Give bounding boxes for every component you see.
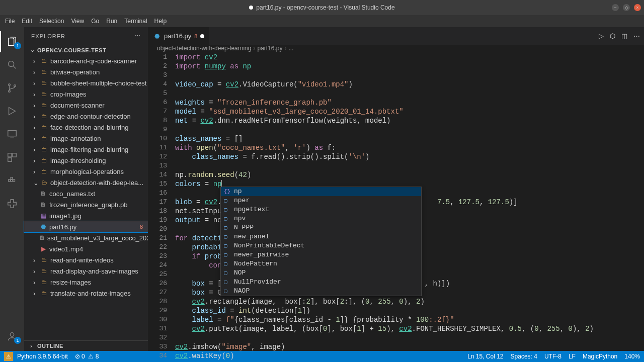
minimize-button[interactable]: − [612,4,619,11]
modified-dot-icon [200,34,204,38]
folder-item[interactable]: ›🗀image-annotation [24,133,148,144]
warning-triangle-icon[interactable]: ⚠ [4,352,13,361]
menu-terminal[interactable]: Terminal [124,18,147,25]
problems-indicator[interactable]: ⊘ 0 ⚠ 8 [75,353,99,360]
activitybar: 1 1 [0,27,24,351]
chevron-right-icon: › [30,343,35,349]
folder-item[interactable]: ›🗀face-detection-and-blurring [24,122,148,133]
file-item[interactable]: 🗎coco_names.txt [24,188,148,199]
file-item[interactable]: ⬣part16.py8 [24,221,148,232]
folder-item[interactable]: ›🗀document-scanner [24,100,148,111]
editor-area: ⬣ part16.py 8 ▷ ⬡ ◫ ⋯ object-detection-w… [148,27,644,351]
window-title: part16.py - opencv-course-test - Visual … [256,4,394,11]
folder-item[interactable]: ›🗀resize-images [24,277,148,288]
menu-selection[interactable]: Selection [39,18,64,25]
svg-rect-4 [8,131,17,136]
svg-point-2 [9,90,11,93]
python-interpreter[interactable]: Python 3.9.5 64-bit [17,353,68,360]
chevron-down-icon: ⌄ [30,47,35,53]
more-icon[interactable]: ⋯ [633,32,640,40]
suggest-item[interactable]: {}np [221,187,421,196]
svg-rect-7 [8,158,12,161]
folder-item[interactable]: ›🗀barcode-and-qr-code-scanner [24,55,148,66]
explorer-activity[interactable]: 1 [0,31,24,52]
file-item[interactable]: ▦image1.jpg [24,210,148,221]
folder-item[interactable]: ›🗀image-filtering-and-blurring [24,144,148,155]
folder-item[interactable]: ›🗀read-and-write-videos [24,254,148,265]
folder-item[interactable]: ›🗀morphological-operations [24,166,148,177]
folder-item-expanded[interactable]: ⌄🗁object-detection-with-deep-lea... [24,177,148,188]
docker-icon [7,175,18,186]
folder-item[interactable]: ›🗀edge-and-contour-detection [24,111,148,122]
tab-bar: ⬣ part16.py 8 ▷ ⬡ ◫ ⋯ [148,27,644,45]
suggest-item[interactable]: ▢new_panel [221,232,421,241]
suggest-item[interactable]: ▢NOP [221,268,421,278]
play-bug-icon [7,106,18,117]
menu-help[interactable]: Help [154,18,167,25]
svg-point-0 [9,61,14,67]
menu-file[interactable]: File [5,18,15,25]
svg-point-3 [14,85,16,87]
suggest-item[interactable]: ▢NullProvider [221,278,421,287]
file-item[interactable]: 🗎frozen_inference_graph.pb [24,199,148,210]
suggest-item[interactable]: ▢N_PPP [221,223,421,232]
file-tree: ›🗀barcode-and-qr-code-scanner›🗀bitwise-o… [24,55,148,299]
scm-activity[interactable] [0,77,24,99]
menu-go[interactable]: Go [91,18,99,25]
python-icon [7,198,18,209]
extensions-activity[interactable] [0,147,24,168]
tab-part16[interactable]: ⬣ part16.py 8 [148,27,210,45]
suggest-item[interactable]: ▢newer_pairwise [221,250,421,259]
svg-rect-6 [13,153,16,157]
svg-rect-10 [11,177,13,179]
svg-rect-11 [13,179,15,182]
folder-item[interactable]: ›🗀bitwise-operation [24,66,148,77]
branch-icon [7,82,18,94]
file-item[interactable]: 🗎ssd_mobilenet_v3_large_coco_202... [24,232,148,243]
outline-section[interactable]: › OUTLINE [24,340,148,351]
file-item[interactable]: ▶video1.mp4 [24,243,148,254]
folder-item[interactable]: ›🗀image-thresholding [24,155,148,166]
search-icon [7,59,18,70]
python-file-icon: ⬣ [153,33,161,40]
menu-view[interactable]: View [71,18,84,25]
suggest-item[interactable]: ▢npgettext [221,205,421,214]
folder-item[interactable]: ›🗀translate-and-rotate-images [24,288,148,299]
menu-run[interactable]: Run [106,18,117,25]
line-gutter: 1234567891011121314151617181920212223242… [148,52,175,360]
close-button[interactable]: × [634,4,641,11]
svg-rect-5 [8,153,12,157]
search-activity[interactable] [0,54,24,75]
menu-edit[interactable]: Edit [22,18,32,25]
folder-item[interactable]: ›🗀read-display-and-save-images [24,265,148,277]
folder-item[interactable]: ›🗀bubble-sheet-multiple-choice-test [24,77,148,88]
breadcrumb[interactable]: object-detection-with-deep-learning› par… [148,45,644,52]
suggest-item[interactable]: ▢NonPrintableDefect [221,241,421,250]
maximize-button[interactable]: ◇ [623,4,630,11]
badge: 1 [14,337,21,344]
suggest-item[interactable]: ▢nper [221,196,421,205]
debug-activity[interactable] [0,101,24,122]
svg-rect-9 [11,179,13,182]
explorer-label: EXPLORER [31,33,65,39]
folder-item[interactable]: ›🗀crop-images [24,88,148,100]
suggest-item[interactable]: ▢npv [221,214,421,223]
svg-point-12 [10,333,14,336]
code-editor[interactable]: 1234567891011121314151617181920212223242… [148,52,644,360]
run-icon[interactable]: ▷ [599,32,604,40]
split-icon[interactable]: ◫ [621,32,627,40]
more-icon[interactable]: ⋯ [135,33,141,39]
suggest-item[interactable]: ▢NAOP [221,287,421,296]
extensions-icon [7,152,18,163]
python-activity[interactable] [0,193,24,214]
project-section[interactable]: ⌄ OPENCV-COURSE-TEST [24,45,148,55]
accounts-activity[interactable]: 1 [0,326,24,347]
bug-icon[interactable]: ⬡ [610,32,615,40]
suggest-item[interactable]: ▢NodePattern [221,259,421,268]
remote-activity[interactable] [0,124,24,145]
badge: 1 [14,42,21,49]
titlebar: part16.py - opencv-course-test - Visual … [0,0,644,15]
docker-activity[interactable] [0,170,24,191]
code-content[interactable]: import cv2 import numpy as np video_cap … [175,52,644,360]
intellisense-suggest[interactable]: {}np▢nper▢npgettext▢npv▢N_PPP▢new_panel▢… [220,187,422,296]
